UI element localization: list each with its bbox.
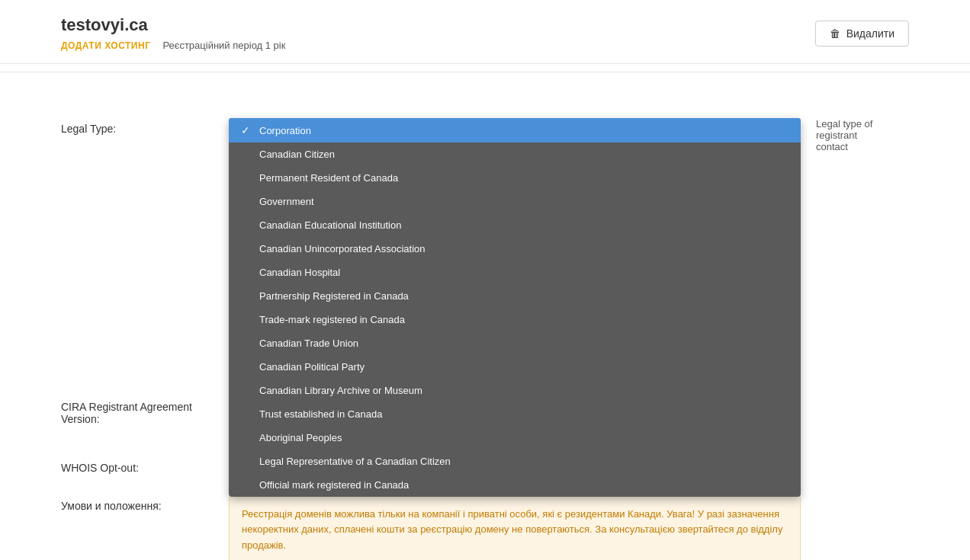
dropdown-menu: ✓CorporationCanadian CitizenPermanent Re… [229, 118, 801, 497]
whois-label: WHOIS Opt-out: [61, 459, 229, 474]
dropdown-item-label: Legal Representative of a Canadian Citiz… [259, 456, 451, 467]
dropdown-item[interactable]: Canadian Library Archive or Museum [229, 379, 801, 402]
dropdown-item[interactable]: Partnership Registered in Canada [229, 284, 801, 308]
dropdown-item-label: Canadian Citizen [259, 149, 335, 160]
dropdown-item[interactable]: Canadian Trade Union [229, 331, 801, 355]
dropdown-item[interactable]: Trust established in Canada [229, 402, 801, 426]
dropdown-item[interactable]: Official mark registered in Canada [229, 473, 801, 497]
dropdown-item-label: Partnership Registered in Canada [259, 290, 409, 302]
check-icon: ✓ [241, 124, 253, 136]
reg-period: Реєстраційний період 1 рік [162, 40, 285, 51]
dropdown-item-label: Government [259, 196, 314, 207]
dropdown-item[interactable]: Aboriginal Peoples [229, 426, 801, 450]
site-title: testovyi.ca [61, 15, 285, 35]
add-hosting-link[interactable]: ДОДАТИ ХОСТИНГ [61, 40, 150, 51]
terms-box: Реєстрація доменів можлива тільки на ком… [229, 495, 801, 561]
dropdown-item-label: Permanent Resident of Canada [259, 172, 398, 184]
dropdown-item[interactable]: Government [229, 190, 801, 213]
trash-icon: 🗑 [830, 27, 840, 40]
dropdown-item[interactable]: Canadian Political Party [229, 355, 801, 379]
dropdown-item-label: Canadian Library Archive or Museum [259, 385, 422, 396]
dropdown-item[interactable]: ✓Corporation [229, 118, 801, 142]
terms-label: Умови и положення: [61, 495, 229, 512]
dropdown-item[interactable]: Canadian Hospital [229, 261, 801, 284]
dropdown-item[interactable]: Trade-mark registered in Canada [229, 308, 801, 331]
dropdown-item[interactable]: Canadian Educational Institution [229, 213, 801, 237]
dropdown-item[interactable]: Canadian Unincorporated Association [229, 237, 801, 261]
delete-button[interactable]: 🗑 Видалити [815, 21, 909, 46]
dropdown-item[interactable]: Legal Representative of a Canadian Citiz… [229, 450, 801, 473]
dropdown-item-label: Canadian Unincorporated Association [259, 243, 426, 254]
dropdown-item[interactable]: Canadian Citizen [229, 142, 801, 166]
dropdown-item-label: Canadian Hospital [259, 267, 340, 278]
cira-label: CIRA Registrant Agreement Version: [61, 396, 229, 425]
legal-type-hint: Legal type of registrant contact [816, 118, 909, 152]
dropdown-item-label: Canadian Political Party [259, 361, 365, 373]
dropdown-item-label: Official mark registered in Canada [259, 479, 409, 491]
delete-button-label: Видалити [846, 27, 895, 40]
dropdown-item[interactable]: Permanent Resident of Canada [229, 166, 801, 190]
dropdown-item-label: Trade-mark registered in Canada [259, 314, 405, 325]
legal-type-label: Legal Type: [61, 118, 229, 135]
dropdown-item-label: Corporation [259, 125, 311, 136]
dropdown-item-label: Canadian Trade Union [259, 338, 358, 349]
dropdown-item-label: Aboriginal Peoples [259, 432, 342, 443]
dropdown-item-label: Canadian Educational Institution [259, 219, 401, 231]
dropdown-item-label: Trust established in Canada [259, 408, 382, 420]
